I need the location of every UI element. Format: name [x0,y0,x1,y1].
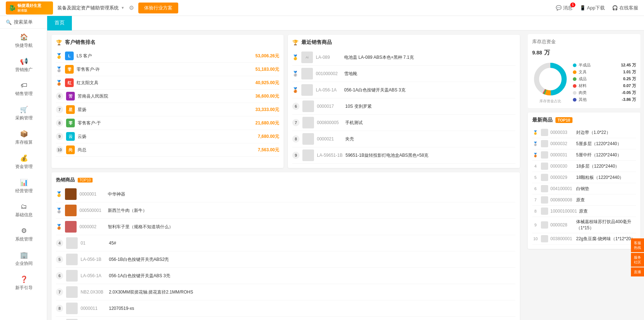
rank-number: 10 [56,146,63,153]
legend-dot [573,63,576,67]
product-image [66,286,78,298]
product-thumb [541,174,548,181]
list-item: 🥈 零 零售客户-许 51,183.00元 [56,63,279,76]
sidebar-label-guide: 新手引导 [15,285,33,291]
recent-sales-list: 🥇 Ai LA-089 电池盖 LA-089 ABS本色+黑种 7.1克 🥈 0… [292,49,515,164]
inventory-title: 库存总资金 [532,38,636,45]
sidebar-item-quick-nav[interactable]: 🏠 快捷导航 [0,29,47,53]
list-item: 9 LA-59651-1B 59651-1B旋转投影灯电池盒ABS黑色+58克 [292,147,515,164]
search-icon: 🔍 [6,20,12,25]
list-item: 9 0000028 体械嘉枝味苏打饮品400毫升（1*15） [532,217,636,233]
new-products-card: 最新商品 TOP10 🥇 0000033 封边带（1.0*22） 🥈 [528,112,640,249]
list-item: 7 星 星扬 33,333.00元 [56,103,279,116]
legend-dot [573,77,576,81]
medal-icon: 🥉 [56,224,62,230]
sidebar-item-inventory[interactable]: 📦 库存核算 [0,126,47,150]
sidebar-item-sales[interactable]: 🏷 销售管理 [0,77,47,101]
app-download-button[interactable]: 📱 App下载 [580,5,605,11]
product-image [66,237,78,249]
sidebar-item-enterprise[interactable]: 🏢 企业协同 [0,247,47,271]
sidebar-item-system[interactable]: ⚙ 系统管理 [0,222,47,247]
inventory-amount: 9.88 [532,50,542,56]
rank-number: 7 [56,288,63,296]
hot-products-list: 🥇 0000001 中华神器 🥈 000500001 新西兰牛肉（新牛） [56,186,515,320]
sidebar-item-operation[interactable]: 📊 经营管理 [0,174,47,198]
inventory-chart-area: 库存资金占比 半成品 12.45 万 文具 1.01 万 [532,61,636,104]
trial-button[interactable]: 体验行业方案 [138,3,178,13]
product-image [302,117,314,128]
customer-ranking-card: 🏆 客户销售排名 🥇 L LS 客户 53,006.26元 🥈 [52,35,284,168]
list-item: 5 LA-056-1B 056-1B白色按键开关壳ABS2壳 [56,251,515,268]
live-button[interactable]: 直播 [631,267,644,276]
customer-ranking-list: 🥇 L LS 客户 53,006.26元 🥈 零 零售客户-许 51,183.0… [56,49,279,157]
rank-number: 6 [292,103,299,110]
product-thumb [541,129,548,136]
sidebar-label-system: 系统管理 [15,236,33,242]
legend-item: 其他 -3.86 万 [573,96,636,103]
hot-products-section: 热销商品 TOP10 🥇 0000001 中华神器 🥈 [52,172,520,320]
search-menu-label: 搜索菜单 [14,19,33,25]
hot-products-header: 热销商品 TOP10 [56,177,515,183]
avatar: 零 [66,119,75,127]
trophy-icon: 🥇 [56,53,62,59]
rank-number: 7 [292,119,299,126]
product-thumb [541,163,548,170]
product-thumb [541,208,548,215]
sidebar-item-marketing[interactable]: 📢 营销推广 [0,53,47,77]
medal-icon: 🥈 [56,208,62,213]
list-item: 6 苦 苦南县人民医院 36,600.00元 [56,90,279,103]
logo-icon: 🐉 [9,4,16,11]
chevron-down-icon: ▼ [121,6,125,10]
rank-number: 9 [292,152,299,159]
rank-number: 8 [56,305,63,312]
customer-ranking-title: 🏆 客户销售排名 [56,39,279,46]
app-logo: 🐉 畅捷通好生意 标准版 [6,1,53,15]
sidebar-item-base[interactable]: 🗂 基础信息 [0,198,47,222]
notifications-button[interactable]: 💬 消息 6 [556,5,572,11]
system-name: 装备及固定资产辅助管理系统 [57,5,119,11]
customer-hotline-button[interactable]: 客服热线 [631,238,644,252]
list-item: 8 0000021 夹壳 [292,131,515,147]
hot-products-title: 热销商品 [56,177,75,182]
list-item: 6 0000017 10S 变刹罗紧 [292,98,515,115]
top-ranking-section: 🏆 客户销售排名 🥇 L LS 客户 53,006.26元 🥈 [52,35,520,168]
inventory-legend: 半成品 12.45 万 文具 1.01 万 成品 0 [573,62,636,103]
sidebar-label-marketing: 营销推广 [15,67,33,73]
list-item: 🥉 0000002 智利车子里（规格不知道填什么） [56,219,515,235]
list-item: 🥈 001000002 雪地靴 [292,66,515,82]
rank-number: 5 [56,256,63,263]
gear-icon: ⚙ [21,227,27,235]
medal-icon: 🥉 [56,80,62,86]
sidebar-item-guide[interactable]: ❓ 新手引导 [0,271,47,295]
sidebar-label-enterprise: 企业协同 [15,260,33,267]
product-image [302,149,314,161]
avatar: 星 [66,105,75,114]
money-icon: 💰 [20,154,28,162]
product-image [65,205,77,216]
rank-number: 8 [56,119,63,127]
inventory-total: 9.88 万 [532,47,636,57]
online-service-button[interactable]: 🎧 在线客服 [612,5,638,11]
sidebar-item-finance[interactable]: 💰 资金管理 [0,150,47,174]
tab-home[interactable]: 首页 [47,16,72,30]
product-image [301,68,313,79]
content-area: 首页 🏆 客户销售排名 🥇 [47,16,644,320]
service-community-button[interactable]: 服务社区 [631,253,644,267]
list-item: 4 0000030 18多层（1220*2440） [532,161,636,172]
sidebar-label-finance: 资金管理 [15,164,33,170]
chart-icon: 📊 [20,179,28,186]
product-thumb [541,140,548,147]
system-selector[interactable]: 装备及固定资产辅助管理系统 ▼ [57,5,125,11]
list-item: 🥈 000500001 新西兰牛肉（新牛） [56,202,515,219]
list-item: 8 0000011 12070519-xs [56,300,515,317]
rank-number: 6 [56,272,63,279]
product-thumb [541,185,548,192]
product-image [66,303,78,314]
sidebar: 🔍 搜索菜单 🏠 快捷导航 📢 营销推广 🏷 销售管理 🛒 采购管理 📦 库存核… [0,16,47,320]
legend-dot [573,84,576,88]
search-menu[interactable]: 🔍 搜索菜单 [0,16,47,29]
settings-icon[interactable]: ⚙ [129,4,134,11]
sidebar-item-purchase[interactable]: 🛒 采购管理 [0,101,47,126]
new-products-list: 🥇 0000033 封边带（1.0*22） 🥈 0000032 5厘多层（122… [532,127,636,245]
rank-number: 8 [292,135,299,143]
